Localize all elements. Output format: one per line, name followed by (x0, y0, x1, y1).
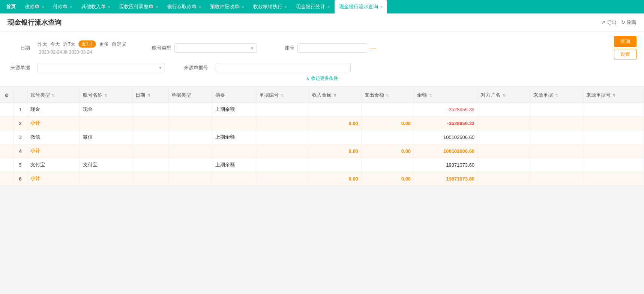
table-row: 3微信微信上期余额100102606.60 (0, 130, 644, 144)
cell-gear (0, 103, 14, 116)
close-icon[interactable]: × (42, 4, 44, 9)
account-type-select[interactable]: ▾ (174, 43, 257, 53)
date-label: 日期 (8, 45, 30, 51)
collapse-bar[interactable]: ∧ 收起更多条件 (8, 75, 636, 82)
page-header: 现金银行流水查询 ↗ 导出 ↻ 刷新 (0, 13, 644, 31)
cell-expense (361, 158, 414, 172)
today-btn[interactable]: 今天 (50, 41, 60, 48)
cell-doc_no (256, 103, 309, 116)
column-balance[interactable]: 余额 ⇅ (414, 88, 478, 103)
cell-summary (212, 144, 256, 158)
nav-item-receipt[interactable]: 收款单× (20, 0, 48, 13)
nav-item-ar-adjustment[interactable]: 应收应付调整单× (115, 0, 162, 13)
close-icon[interactable]: × (70, 4, 72, 9)
cell-source_doc_no (583, 172, 644, 186)
last1m-btn[interactable]: 近1月 (78, 40, 96, 48)
close-icon[interactable]: × (285, 4, 287, 9)
cell-no: 4 (14, 144, 27, 158)
account-dots-btn[interactable]: ··· (370, 45, 377, 51)
cell-date (132, 172, 168, 186)
cell-balance: 19871073.60 (414, 158, 478, 172)
column-summary: 摘要 (212, 88, 256, 103)
close-icon[interactable]: × (108, 4, 110, 9)
close-icon[interactable]: × (242, 4, 244, 9)
cell-doc_type (168, 158, 212, 172)
column-expense[interactable]: 支出金额 ⇅ (361, 88, 414, 103)
cell-balance: 100102606.60 (414, 144, 478, 158)
page-title: 现金银行流水查询 (8, 18, 62, 27)
chevron-down-icon-2: ▾ (159, 65, 162, 70)
collapse-label: 收起更多条件 (311, 75, 338, 82)
close-icon[interactable]: × (199, 4, 201, 9)
cell-summary: 上期余额 (212, 130, 256, 144)
cell-source_doc (530, 144, 583, 158)
cell-date (132, 130, 168, 144)
nav-item-cash-bank-flow[interactable]: 现金银行流水查询× (335, 0, 387, 13)
cell-income: 0.00 (309, 172, 361, 186)
source-doc-num-input[interactable] (216, 63, 351, 72)
cell-no: 2 (14, 116, 27, 130)
nav-item-write-off[interactable]: 收款核销执行× (249, 0, 291, 13)
data-table-container: ⚙ 账号类型 ⇅ 账号名称 ⇅ 日期 ⇅ 单据类型 摘要 单据编号 ⇅ 收入金额… (0, 88, 644, 186)
account-input[interactable] (297, 43, 367, 53)
export-button[interactable]: ↗ 导出 (601, 19, 617, 26)
cell-expense: 0.00 (361, 144, 414, 158)
close-icon[interactable]: × (380, 4, 383, 9)
filter-row-2: 来源单据 ▾ 来源单据号 (8, 63, 636, 72)
cell-counterparty (478, 116, 530, 130)
header-row: ⚙ 账号类型 ⇅ 账号名称 ⇅ 日期 ⇅ 单据类型 摘要 单据编号 ⇅ 收入金额… (0, 88, 644, 103)
column-counterparty[interactable]: 对方户名 ⇅ (478, 88, 530, 103)
column-gear[interactable]: ⚙ (0, 88, 14, 103)
cell-gear (0, 116, 14, 130)
source-doc-select[interactable]: ▾ (38, 63, 165, 72)
nav-item-advance-offset[interactable]: 预收冲应收单× (206, 0, 248, 13)
nav-item-payment[interactable]: 付款单× (48, 0, 77, 13)
date-filter-group: 昨天 今天 近7天 近1月 更多 自定义 2023-02-24 至 2023-0… (38, 40, 126, 55)
cell-source_doc (530, 172, 583, 186)
column-date[interactable]: 日期 ⇅ (132, 88, 168, 103)
cell-doc_type (168, 103, 212, 116)
column-doc-no[interactable]: 单据编号 ⇅ (256, 88, 309, 103)
cell-no: 1 (14, 103, 27, 116)
cell-gear (0, 158, 14, 172)
cell-counterparty (478, 103, 530, 116)
query-button[interactable]: 查询 (614, 36, 636, 47)
cell-account_type: 小计 (27, 116, 80, 130)
cell-account_type: 小计 (27, 144, 80, 158)
custom-btn[interactable]: 自定义 (112, 41, 126, 48)
settings-button[interactable]: 设置 (614, 49, 636, 60)
column-source-doc[interactable]: 来源单据 ⇅ (530, 88, 583, 103)
account-type-label: 账号类型 (149, 45, 171, 51)
date-range-display: 2023-02-24 至 2023-03-24 (39, 49, 126, 55)
last7-btn[interactable]: 近7天 (63, 41, 75, 48)
cell-doc_no (256, 130, 309, 144)
cell-expense: 0.00 (361, 116, 414, 130)
cell-no: 3 (14, 130, 27, 144)
nav-item-cash-bank-stats[interactable]: 现金银行统计× (291, 0, 334, 13)
column-account-name[interactable]: 账号名称 ⇅ (80, 88, 132, 103)
column-source-doc-no[interactable]: 来源单据号 ⇅ (583, 88, 644, 103)
column-account-type[interactable]: 账号类型 ⇅ (27, 88, 80, 103)
date-presets: 昨天 今天 近7天 近1月 更多 自定义 (38, 40, 126, 48)
nav-item-home[interactable]: 首页 (2, 0, 20, 13)
cell-source_doc_no (583, 103, 644, 116)
cell-balance: -3528659.33 (414, 103, 478, 116)
close-icon[interactable]: × (327, 4, 330, 9)
close-icon[interactable]: × (156, 4, 158, 9)
cell-account_name (80, 172, 132, 186)
table-row: 5支付宝支付宝上期余额19871073.60 (0, 158, 644, 172)
cell-summary: 上期余额 (212, 103, 256, 116)
cell-source_doc (530, 116, 583, 130)
nav-item-other-income[interactable]: 其他收入单× (77, 0, 115, 13)
refresh-button[interactable]: ↻ 刷新 (621, 19, 636, 26)
yesterday-btn[interactable]: 昨天 (38, 41, 47, 48)
cell-account_type: 微信 (27, 130, 80, 144)
cell-source_doc_no (583, 116, 644, 130)
column-income[interactable]: 收入金额 ⇅ (309, 88, 361, 103)
more-btn[interactable]: 更多 (99, 41, 109, 48)
cell-account_name (80, 144, 132, 158)
action-buttons: 查询 设置 (614, 36, 636, 60)
cell-balance: 100102606.60 (414, 130, 478, 144)
table-row: 4小计0.000.00100102606.60 (0, 144, 644, 158)
nav-item-bank-deposit[interactable]: 银行存取款单× (163, 0, 206, 13)
